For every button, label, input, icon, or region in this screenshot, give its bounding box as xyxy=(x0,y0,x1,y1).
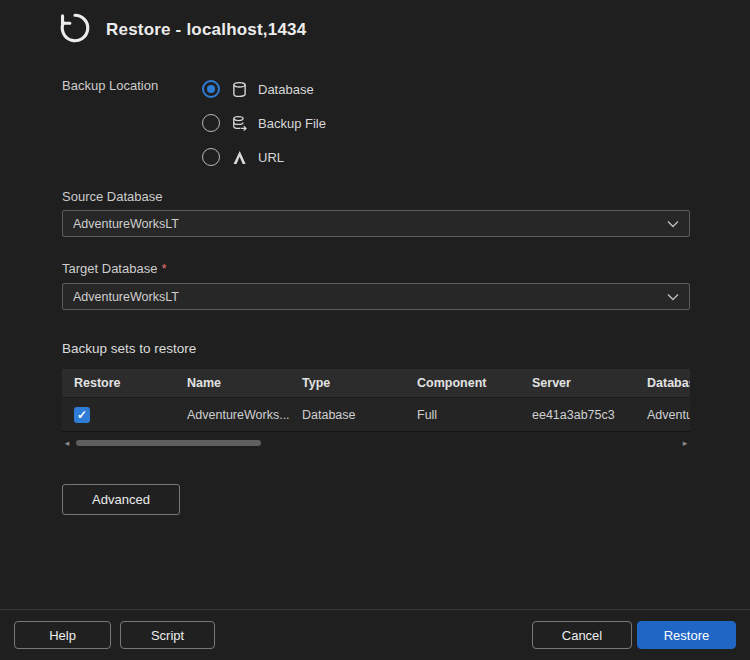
radio-label-backup-file: Backup File xyxy=(258,116,326,131)
name-cell: AdventureWorks... xyxy=(175,408,290,422)
radio-url[interactable] xyxy=(202,148,220,166)
backup-file-icon xyxy=(230,114,248,132)
restore-icon xyxy=(58,11,92,49)
table-horizontal-scrollbar[interactable]: ◂ ▸ xyxy=(62,437,690,449)
database-icon xyxy=(230,80,248,98)
radio-label-database: Database xyxy=(258,82,314,97)
col-database: Database xyxy=(635,376,690,390)
table-header-row: Restore Name Type Component Server Datab… xyxy=(62,369,690,398)
backup-location-radio-group: Database Backup File xyxy=(202,72,326,174)
script-button[interactable]: Script xyxy=(120,621,215,649)
restore-dialog: Restore - localhost,1434 Backup Location… xyxy=(0,0,750,660)
footer-divider xyxy=(0,609,750,610)
server-cell: ee41a3ab75c3 xyxy=(520,408,635,422)
type-cell: Database xyxy=(290,408,405,422)
col-name: Name xyxy=(175,376,290,390)
source-database-label: Source Database xyxy=(62,189,162,204)
backup-sets-label: Backup sets to restore xyxy=(62,341,196,356)
radio-option-database[interactable]: Database xyxy=(202,72,326,106)
cancel-button[interactable]: Cancel xyxy=(532,621,632,649)
scroll-left-icon[interactable]: ◂ xyxy=(62,438,72,448)
scrollbar-thumb[interactable] xyxy=(76,440,261,446)
dialog-title: Restore - localhost,1434 xyxy=(106,20,306,40)
help-button[interactable]: Help xyxy=(14,621,111,649)
col-component: Component xyxy=(405,376,520,390)
col-restore: Restore xyxy=(62,376,175,390)
target-database-label-text: Target Database xyxy=(62,261,157,276)
target-database-value: AdventureWorksLT xyxy=(73,290,667,304)
backup-sets-table: Restore Name Type Component Server Datab… xyxy=(62,369,690,432)
advanced-button[interactable]: Advanced xyxy=(62,484,180,515)
component-cell: Full xyxy=(405,408,520,422)
restore-button[interactable]: Restore xyxy=(637,621,736,649)
source-database-value: AdventureWorksLT xyxy=(73,217,667,231)
check-icon: ✓ xyxy=(77,409,87,421)
required-marker: * xyxy=(161,261,166,276)
scroll-right-icon[interactable]: ▸ xyxy=(680,438,690,448)
table-row[interactable]: ✓ AdventureWorks... Database Full ee41a3… xyxy=(62,398,690,432)
radio-option-backup-file[interactable]: Backup File xyxy=(202,106,326,140)
database-cell: Adventu... xyxy=(635,408,690,422)
col-type: Type xyxy=(290,376,405,390)
radio-backup-file[interactable] xyxy=(202,114,220,132)
restore-checkbox[interactable]: ✓ xyxy=(74,407,90,423)
target-database-dropdown[interactable]: AdventureWorksLT xyxy=(62,283,690,310)
col-server: Server xyxy=(520,376,635,390)
dialog-header: Restore - localhost,1434 xyxy=(58,11,306,49)
radio-option-url[interactable]: URL xyxy=(202,140,326,174)
restore-cell: ✓ xyxy=(62,407,175,423)
backup-location-label: Backup Location xyxy=(62,78,158,93)
chevron-down-icon xyxy=(667,293,679,301)
url-icon xyxy=(230,148,248,166)
source-database-dropdown[interactable]: AdventureWorksLT xyxy=(62,210,690,237)
chevron-down-icon xyxy=(667,220,679,228)
radio-label-url: URL xyxy=(258,150,284,165)
target-database-label: Target Database* xyxy=(62,261,166,276)
scrollbar-track[interactable] xyxy=(72,439,680,447)
radio-database[interactable] xyxy=(202,80,220,98)
